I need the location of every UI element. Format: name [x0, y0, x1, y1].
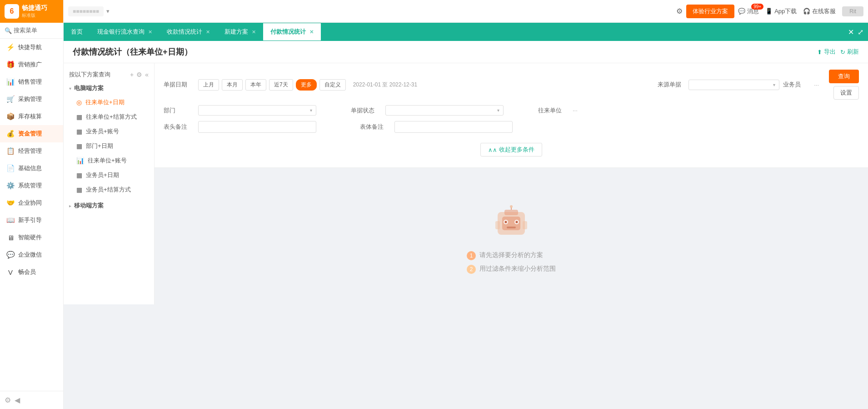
tab-close-new-scheme[interactable]: ✕ [252, 29, 256, 35]
topnav: ■■■■■■■■ ▾ ⚙ 体验行业方案 💬 消息 99+ 📱 App下载 🎧 在… [64, 0, 868, 23]
date-btn-last-month[interactable]: 上月 [198, 79, 219, 91]
doc-status-arrow-icon: ▾ [497, 108, 499, 113]
sidebar-icon-quick-nav: ⚡ [6, 43, 15, 51]
sidebar-icon-sales: 📊 [6, 78, 15, 86]
address-text: ■■■■■■■■ [68, 6, 104, 16]
dept-select[interactable]: ▾ [198, 105, 316, 116]
close-all-icon[interactable]: ✕ [848, 28, 854, 36]
sidebar-label-inventory: 库存核算 [18, 112, 42, 121]
scheme-table-icon: ▦ [76, 113, 82, 121]
add-scheme-icon[interactable]: + [130, 71, 134, 78]
sidebar-label-enterprise: 企业协同 [18, 199, 42, 207]
refresh-btn[interactable]: ↻ 刷新 [840, 48, 859, 56]
tab-home[interactable]: 首页 [64, 23, 90, 40]
scheme-item-staff-date[interactable]: ▦ 业务员+日期 [64, 168, 154, 182]
tab-new-scheme[interactable]: 新建方案✕ [217, 23, 263, 40]
scheme-group-mobile: ▸ 移动端方案 [64, 199, 154, 212]
scheme-item-counterpart-date[interactable]: ◎ 往来单位+日期 [64, 95, 154, 110]
app-download-btn[interactable]: 📱 App下载 [765, 7, 797, 15]
dept-arrow-icon: ▾ [310, 108, 312, 113]
sidebar-item-sales[interactable]: 📊 销售管理 [0, 73, 63, 91]
sidebar-icon-enterprise: 🤝 [6, 199, 15, 207]
doc-status-select[interactable]: ▾ [385, 105, 504, 116]
tab-receipt-stats[interactable]: 收款情况统计✕ [160, 23, 217, 40]
sidebar-item-enterprise[interactable]: 🤝 企业协同 [0, 194, 63, 212]
tab-payment-stats[interactable]: 付款情况统计✕ [263, 23, 321, 40]
empty-tips: 1 请先选择要分析的方案 2 用过滤条件来缩小分析范围 [467, 251, 556, 274]
sidebar-item-operations[interactable]: 📋 经营管理 [0, 142, 63, 160]
online-service-btn[interactable]: 🎧 在线客服 [803, 7, 836, 15]
tab-label-home: 首页 [71, 28, 83, 36]
scheme-panel-header: 按以下方案查询 + ⚙ « [64, 68, 154, 81]
date-btn-this-month[interactable]: 本月 [222, 79, 243, 91]
date-btn-custom[interactable]: 自定义 [319, 79, 346, 91]
user-label: Rit [849, 8, 856, 15]
sidebar-label-vip: 畅会员 [18, 268, 36, 276]
doc-status-label: 单据状态 [351, 106, 378, 115]
sidebar-item-enterprise-wx[interactable]: 💬 企业微信 [0, 246, 63, 263]
sidebar-item-system[interactable]: ⚙️ 系统管理 [0, 177, 63, 194]
sidebar-item-quick-nav[interactable]: ⚡ 快捷导航 [0, 39, 63, 56]
messages-btn[interactable]: 💬 消息 99+ [738, 7, 759, 15]
date-btn-more[interactable]: 更多 [296, 79, 317, 91]
header-note-input[interactable] [198, 121, 316, 133]
scheme-item-counterpart-account[interactable]: 📊 往来单位+账号 [64, 153, 154, 168]
sidebar-icon-inventory: 📦 [6, 112, 15, 121]
sidebar-icon-guide: 📖 [6, 216, 15, 224]
sidebar-item-vip[interactable]: V 畅会员 [0, 263, 63, 281]
collapse-btn[interactable]: ∧∧ 收起更多条件 [480, 143, 542, 157]
scheme-group-mobile-header[interactable]: ▸ 移动端方案 [64, 199, 154, 212]
sidebar-menu: ⚡ 快捷导航 🎁 营销推广 📊 销售管理 🛒 采购管理 📦 库存核算 💰 资金管… [0, 39, 63, 391]
query-btn[interactable]: 查询 [829, 70, 859, 83]
sidebar-item-inventory[interactable]: 📦 库存核算 [0, 108, 63, 125]
settings-btn[interactable]: 设置 [833, 86, 859, 100]
trial-btn[interactable]: 体验行业方案 [686, 5, 734, 18]
sidebar-item-finance[interactable]: 💰 资金管理 [0, 125, 63, 142]
scheme-item-staff-settle[interactable]: ▦ 业务员+结算方式 [64, 182, 154, 197]
scheme-group-desktop-header[interactable]: ▾ 电脑端方案 [64, 81, 154, 95]
body-note-input[interactable] [394, 121, 513, 133]
staff-select[interactable]: ··· [814, 81, 819, 88]
refresh-icon: ↻ [840, 49, 845, 56]
tabbar: 首页现金银行流水查询✕收款情况统计✕新建方案✕付款情况统计✕ ✕ ⤢ [64, 23, 868, 41]
counterpart-select[interactable]: ··· [573, 107, 578, 114]
tab-close-bank-flow[interactable]: ✕ [148, 29, 152, 35]
scheme-panel-icons: + ⚙ « [130, 71, 149, 78]
scheme-settings-icon[interactable]: ⚙ [136, 71, 142, 78]
sidebar-item-purchase[interactable]: 🛒 采购管理 [0, 91, 63, 108]
settings-icon[interactable]: ⚙ [5, 396, 11, 404]
scheme-item-dept-date[interactable]: ▦ 部门+日期 [64, 139, 154, 153]
collapse-icon[interactable]: ◀ [15, 396, 20, 404]
mobile-group-label: 移动端方案 [74, 202, 104, 210]
user-avatar[interactable]: Rit [842, 6, 863, 16]
scheme-item-counterpart-settle[interactable]: ▦ 往来单位+结算方式 [64, 110, 154, 124]
scheme-item-staff-account[interactable]: ▦ 业务员+账号 [64, 124, 154, 139]
results-area: 1 请先选择要分析的方案 2 用过滤条件来缩小分析范围 [155, 168, 868, 304]
export-btn[interactable]: ⬆ 导出 [817, 48, 836, 56]
date-btn-7days[interactable]: 近7天 [269, 79, 293, 91]
scheme-table-icon-3: ▦ [76, 142, 82, 150]
source-select[interactable]: ▾ [688, 80, 779, 90]
scheme-item-label: 往来单位+日期 [85, 98, 125, 106]
svg-rect-8 [523, 221, 527, 229]
svg-point-11 [510, 205, 513, 208]
tab-close-receipt-stats[interactable]: ✕ [206, 29, 210, 35]
message-icon: 💬 [738, 8, 745, 15]
tab-close-payment-stats[interactable]: ✕ [309, 29, 314, 35]
gear-icon[interactable]: ⚙ [676, 7, 683, 15]
search-menu[interactable]: 🔍 搜索菜单 [0, 23, 63, 39]
date-btn-this-year[interactable]: 本年 [245, 79, 266, 91]
expand-icon[interactable]: ⤢ [858, 28, 863, 36]
tab-bank-flow[interactable]: 现金银行流水查询✕ [90, 23, 160, 40]
page-title: 付款情况统计（往来单位+日期） [73, 46, 192, 57]
tab-label-payment-stats: 付款情况统计 [270, 28, 306, 36]
scheme-item-label: 往来单位+结算方式 [86, 113, 137, 121]
scheme-collapse-icon[interactable]: « [145, 71, 149, 78]
sidebar-item-guide[interactable]: 📖 新手引导 [0, 212, 63, 229]
sidebar-item-smart-hw[interactable]: 🖥 智能硬件 [0, 229, 63, 246]
sidebar-item-marketing[interactable]: 🎁 营销推广 [0, 56, 63, 73]
staff-label: 业务员 [783, 81, 810, 89]
scheme-panel-title: 按以下方案查询 [69, 71, 110, 79]
sidebar-icon-smart-hw: 🖥 [6, 233, 15, 242]
sidebar-item-basic-info[interactable]: 📄 基础信息 [0, 160, 63, 177]
